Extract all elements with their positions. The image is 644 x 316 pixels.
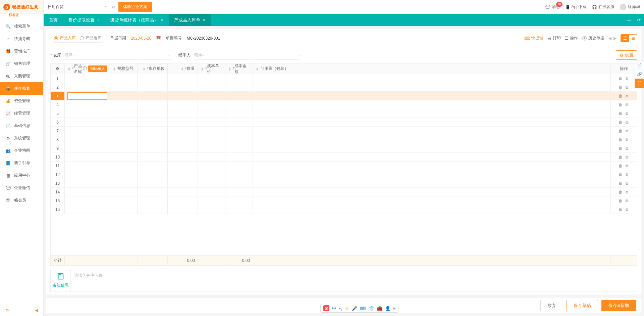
table-row[interactable]: 10 🗑 ⧉ <box>51 153 637 162</box>
cell-price[interactable] <box>198 188 225 196</box>
copy-icon[interactable]: ⧉ <box>625 111 630 116</box>
nav-item-2[interactable]: 🎁营销推广 <box>0 45 43 57</box>
category-dropdown[interactable]: 日用百货 ﹀ <box>48 4 108 10</box>
cell-name[interactable] <box>65 74 110 83</box>
cell-unit[interactable] <box>138 170 168 179</box>
handler-select[interactable]: 选择... ⋯ <box>194 51 301 59</box>
save-new-button[interactable]: 保存&新增 <box>601 300 636 311</box>
delete-icon[interactable]: 🗑 <box>618 102 623 107</box>
cell-spec[interactable] <box>110 188 138 196</box>
cell-amount[interactable] <box>225 109 253 118</box>
cell-qty[interactable] <box>168 144 198 152</box>
table-row[interactable]: 7 🗑 ⧉ <box>51 127 637 135</box>
cell-available[interactable] <box>253 74 611 83</box>
nav-item-4[interactable]: 🛍采购管理 <box>0 70 43 82</box>
nav-item-3[interactable]: 🛒销售管理 <box>0 57 43 70</box>
ime-user-icon[interactable]: 👤 <box>385 306 390 311</box>
th-price[interactable]: ▲▼*成本单价 <box>198 63 225 74</box>
tab-refresh[interactable]: ⟳ <box>634 18 644 22</box>
copy-icon[interactable]: ⧉ <box>625 189 630 195</box>
ime-keyboard-icon[interactable]: ⌨ <box>360 306 366 311</box>
cell-spec[interactable] <box>110 83 138 91</box>
history-link[interactable]: 🕘历史单据 <box>582 35 604 41</box>
cell-amount[interactable] <box>225 144 253 152</box>
gear-icon[interactable]: ⚙ <box>111 5 115 9</box>
cell-amount[interactable] <box>225 179 253 187</box>
settings-icon[interactable]: ⚙ <box>5 308 9 313</box>
next-icon[interactable]: ▶ <box>613 36 616 41</box>
app-download-button[interactable]: 📱 App下载 <box>565 4 587 10</box>
cell-unit[interactable] <box>138 100 168 109</box>
scan-button[interactable]: 扫码录入 <box>88 65 107 72</box>
delete-icon[interactable]: 🗑 <box>618 120 623 125</box>
table-row[interactable]: 4 🗑 ⧉ <box>51 100 637 109</box>
copy-icon[interactable]: ⧉ <box>625 198 630 204</box>
cell-name[interactable] <box>65 196 110 205</box>
tab-1[interactable]: 售价提取设置× <box>63 14 105 26</box>
cell-spec[interactable] <box>110 153 138 161</box>
cell-available[interactable] <box>253 135 611 144</box>
nav-item-7[interactable]: 📈经营管理 <box>0 107 43 120</box>
cell-price[interactable] <box>198 109 225 118</box>
cell-qty[interactable] <box>168 74 198 83</box>
cell-qty[interactable] <box>168 92 198 100</box>
cell-qty[interactable] <box>168 179 198 187</box>
cell-name[interactable] <box>65 153 110 161</box>
copy-icon[interactable]: ⧉ <box>625 181 630 186</box>
cell-qty[interactable] <box>168 118 198 126</box>
cell-qty[interactable] <box>168 196 198 205</box>
table-row[interactable]: 2 🗑 ⧉ <box>51 83 637 92</box>
cell-unit[interactable] <box>138 127 168 135</box>
ime-toolbox-icon[interactable]: 🧰 <box>377 306 382 311</box>
table-row[interactable]: 11 🗑 ⧉ <box>51 162 637 170</box>
copy-icon[interactable]: ⧉ <box>625 93 630 99</box>
cell-price[interactable] <box>198 196 225 205</box>
delete-icon[interactable]: 🗑 <box>618 154 623 160</box>
nav-item-8[interactable]: 📄基础信息 <box>0 120 43 132</box>
cell-amount[interactable] <box>225 118 253 126</box>
cell-name[interactable] <box>65 170 110 179</box>
copy-icon[interactable]: ⧉ <box>625 207 630 212</box>
cell-amount[interactable] <box>225 196 253 205</box>
cell-qty[interactable] <box>168 205 198 214</box>
table-row[interactable]: 13 🗑 ⧉ <box>51 179 637 188</box>
cell-qty[interactable] <box>168 100 198 109</box>
remark-input[interactable]: 请输入备注信息 <box>71 269 637 291</box>
cell-qty[interactable] <box>168 127 198 135</box>
copy-icon[interactable]: ⧉ <box>625 154 630 160</box>
copy-icon[interactable]: ⧉ <box>625 172 630 177</box>
cell-price[interactable] <box>198 144 225 152</box>
view-list[interactable]: ☰ <box>621 35 629 42</box>
nav-item-0[interactable]: 🔍搜索菜单 <box>0 20 43 33</box>
cell-amount[interactable] <box>225 100 253 109</box>
cell-spec[interactable] <box>110 118 138 126</box>
cell-amount[interactable] <box>225 162 253 170</box>
table-row[interactable]: 15 🗑 ⧉ <box>51 196 637 205</box>
delete-icon[interactable]: 🗑 <box>618 111 623 116</box>
tool-link[interactable]: 🔗 <box>635 70 644 79</box>
cell-amount[interactable] <box>225 205 253 214</box>
close-icon[interactable]: × <box>203 18 205 22</box>
table-row[interactable]: 14 🗑 ⧉ <box>51 188 637 196</box>
nav-item-10[interactable]: 👥企业协同 <box>0 144 43 157</box>
cell-name[interactable] <box>65 179 110 187</box>
cell-available[interactable] <box>253 162 611 170</box>
cell-name[interactable] <box>65 118 110 126</box>
date-value[interactable]: 2023-03-20 <box>131 36 151 41</box>
cell-unit[interactable] <box>138 162 168 170</box>
th-unit[interactable]: ▲▼*库存单位 <box>138 63 168 74</box>
cell-spec[interactable] <box>110 127 138 135</box>
cell-spec[interactable] <box>110 196 138 205</box>
add-row-icon[interactable]: + <box>55 93 60 99</box>
cell-qty[interactable] <box>168 153 198 161</box>
copy-icon[interactable]: ⧉ <box>625 102 630 107</box>
table-row[interactable]: 8 🗑 ⧉ <box>51 135 637 144</box>
cell-spec[interactable] <box>110 92 138 100</box>
cell-spec[interactable] <box>110 162 138 170</box>
collapse-icon[interactable]: ◀ <box>35 308 38 313</box>
cell-name[interactable] <box>65 83 110 91</box>
tab-2[interactable]: 进货单统计表（按商品）× <box>105 14 169 26</box>
warehouse-select[interactable]: 选择... ⋯ <box>64 51 172 59</box>
cell-spec[interactable] <box>110 109 138 118</box>
th-available[interactable]: ▲▼可用量（包装） <box>253 63 611 74</box>
